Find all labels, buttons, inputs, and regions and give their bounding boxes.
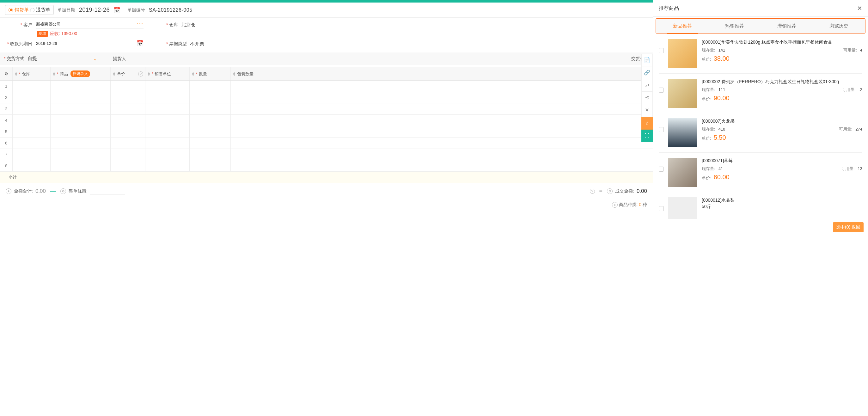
cell-warehouse[interactable] [13,81,51,92]
refresh-icon[interactable]: ⟲ [641,92,653,104]
cell-unit[interactable] [146,137,190,149]
cell-unit[interactable] [146,115,190,126]
scan-badge[interactable]: 扫码录入 [70,70,90,77]
help-icon[interactable]: ? [138,71,143,76]
cell-price[interactable] [111,92,146,103]
cell-unit[interactable] [146,126,190,137]
link-icon[interactable]: 🔗 [641,66,653,79]
swap-icon[interactable]: ⇄ [641,79,653,92]
cell-qty[interactable] [190,103,231,115]
col-product[interactable]: ▲▼*商品扫码录入 [51,67,111,80]
tab-history[interactable]: 浏览历史 [813,19,865,33]
gear-column[interactable]: ⚙ [0,67,13,80]
calendar-icon[interactable]: 📅 [136,40,144,47]
star-icon[interactable]: ☆ [641,117,653,130]
cell-price[interactable] [111,149,146,160]
cell-product[interactable] [51,81,111,92]
calendar-icon[interactable]: 📅 [114,7,120,13]
product-list[interactable]: [0000001]华美华夫软饼1200g 糕点零食小吃手撕面包早餐休闲食品现存量… [653,34,868,219]
cell-unit[interactable] [146,103,190,115]
cell-qty[interactable] [190,126,231,137]
tab-new[interactable]: 新品推荐 [656,19,708,33]
cell-pack[interactable] [231,92,269,103]
product-checkbox[interactable] [659,48,664,53]
product-checkbox[interactable] [659,206,664,211]
cell-pack[interactable] [231,160,269,171]
ellipsis-icon[interactable]: ··· [137,21,144,28]
col-price[interactable]: ▲▼单价? [111,67,146,80]
cell-warehouse[interactable] [13,115,51,126]
table-row[interactable]: 4 [0,115,653,126]
cell-pack[interactable] [231,137,269,149]
table-row[interactable]: 2 [0,92,653,103]
tab-return-order[interactable]: 退货单 [30,7,50,13]
col-pack[interactable]: ▲▼包装数量 [231,67,269,80]
product-checkbox[interactable] [659,167,664,172]
cell-product[interactable] [51,149,111,160]
tab-slow[interactable]: 滞销推荐 [761,19,813,33]
invoice-type-value[interactable]: 不开票 [190,41,204,47]
cell-qty[interactable] [190,81,231,92]
note-icon[interactable]: 📄 [641,54,653,66]
cell-unit[interactable] [146,160,190,171]
cell-product[interactable] [51,137,111,149]
cell-pack[interactable] [231,149,269,160]
tab-hot[interactable]: 热销推荐 [708,19,761,33]
discount-input[interactable] [90,188,125,194]
product-checkbox[interactable] [659,127,664,132]
cell-qty[interactable] [190,160,231,171]
cell-price[interactable] [111,103,146,115]
cell-warehouse[interactable] [13,160,51,171]
stock-value: 410 [718,127,725,131]
table-row[interactable]: 8 [0,160,653,172]
cell-warehouse[interactable] [13,103,51,115]
cell-warehouse[interactable] [13,137,51,149]
cell-qty[interactable] [190,149,231,160]
table-row[interactable]: 3 [0,103,653,115]
cell-price[interactable] [111,160,146,171]
cell-product[interactable] [51,103,111,115]
col-warehouse[interactable]: ▲▼*仓库 [13,67,51,80]
close-icon[interactable]: ✕ [857,4,862,12]
due-date-field[interactable]: 2019-12-26 📅 [36,40,144,48]
warehouse-value[interactable]: 北京仓 [181,22,195,28]
table-row[interactable]: 6 [0,137,653,149]
product-checkbox[interactable] [659,88,664,93]
cell-pack[interactable] [231,81,269,92]
cell-qty[interactable] [190,115,231,126]
cell-product[interactable] [51,115,111,126]
table-row[interactable]: 5 [0,126,653,137]
cell-unit[interactable] [146,92,190,103]
cell-warehouse[interactable] [13,92,51,103]
cell-qty[interactable] [190,92,231,103]
top-strip [0,0,653,3]
cell-pack[interactable] [231,126,269,137]
col-qty[interactable]: ▲▼*数量 [190,67,231,80]
table-row[interactable]: 1 [0,81,653,92]
currency-icon[interactable]: ¥ [641,104,653,117]
cell-price[interactable] [111,115,146,126]
select-return-button[interactable]: 选中(0) 返回 [833,222,864,232]
cell-price[interactable] [111,137,146,149]
row-number: 3 [0,103,13,115]
cell-unit[interactable] [146,149,190,160]
expand-icon[interactable]: ⛶ [641,130,653,142]
doc-date-value[interactable]: 2019-12-26 [79,7,110,13]
cell-product[interactable] [51,160,111,171]
col-unit[interactable]: ▲▼*销售单位 [146,67,190,80]
cell-unit[interactable] [146,81,190,92]
tab-sales-order[interactable]: 销货单 [8,7,29,13]
cell-warehouse[interactable] [13,149,51,160]
cell-product[interactable] [51,126,111,137]
customer-field[interactable]: 新盛商贸公司 ··· [36,21,144,29]
cell-qty[interactable] [190,137,231,149]
table-row[interactable]: 7 [0,149,653,160]
cell-price[interactable] [111,81,146,92]
delivery-mode-select[interactable]: 自提 ⌄ [28,56,97,62]
help-icon[interactable]: ? [590,189,595,194]
cell-warehouse[interactable] [13,126,51,137]
cell-pack[interactable] [231,103,269,115]
cell-pack[interactable] [231,115,269,126]
cell-price[interactable] [111,126,146,137]
cell-product[interactable] [51,92,111,103]
